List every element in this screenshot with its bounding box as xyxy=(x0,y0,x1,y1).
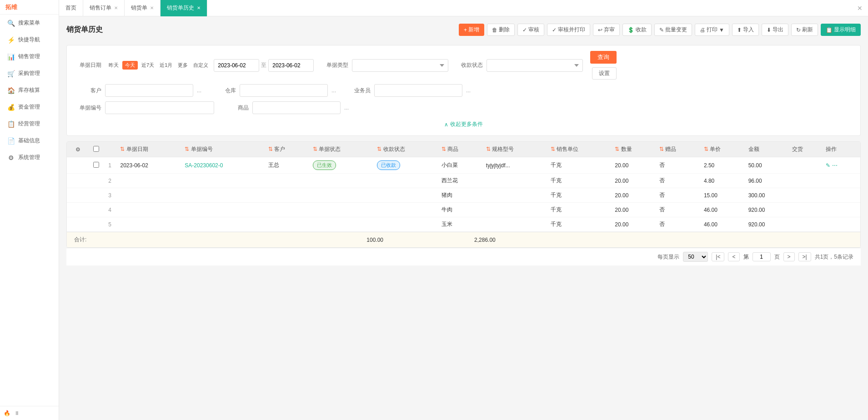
row-checkbox[interactable] xyxy=(93,162,99,168)
row-transaction xyxy=(788,203,822,217)
import-button[interactable]: ⬆ 导入 xyxy=(732,24,759,36)
sidebar-item-system[interactable]: ⚙ 系统管理 xyxy=(0,149,59,166)
row-price: 46.00 xyxy=(700,217,745,232)
receipt-status-select[interactable] xyxy=(487,59,583,72)
row-action xyxy=(822,174,860,188)
row-spec xyxy=(482,217,547,232)
date-shortcut-more[interactable]: 更多 xyxy=(176,61,190,70)
row-qty: 20.00 xyxy=(611,157,656,174)
date-shortcut-7days[interactable]: 近7天 xyxy=(140,61,156,70)
new-button[interactable]: + 新增 xyxy=(459,24,484,36)
more-action-btn[interactable]: ⋯ xyxy=(832,162,838,169)
show-detail-button[interactable]: 📋 显示明细 xyxy=(821,24,861,36)
query-button[interactable]: 查询 xyxy=(590,51,617,64)
collapse-button[interactable]: ∧ 收起更多条件 xyxy=(74,119,853,130)
page-size-select[interactable]: 20 50 100 xyxy=(683,252,708,262)
col-settings[interactable]: ⚙ xyxy=(67,142,89,157)
tab-sales-history-close[interactable]: ✕ xyxy=(197,5,201,10)
warehouse-input[interactable] xyxy=(240,84,328,97)
staff-more-icon[interactable]: ... xyxy=(466,87,471,94)
sidebar-fire-icon[interactable]: 🔥 xyxy=(4,410,10,416)
collapse-up-icon: ∧ xyxy=(444,121,448,128)
customer-input[interactable] xyxy=(105,84,193,97)
filter-goods: 商品 ... xyxy=(221,101,349,114)
sidebar-item-quick-nav[interactable]: ⚡ 快捷导航 xyxy=(0,31,59,48)
review-button[interactable]: ✓ 审核 xyxy=(517,24,544,36)
collect-button[interactable]: 💲 收款 xyxy=(622,24,652,36)
doc-no-link[interactable]: SA-20230602-0 xyxy=(185,162,223,169)
sort-icon: ⇅ xyxy=(704,146,708,152)
col-unit[interactable]: ⇅ 销售单位 xyxy=(547,142,612,157)
operations-icon: 📋 xyxy=(7,120,15,128)
review-print-button[interactable]: ✓ 审核并打印 xyxy=(547,24,590,36)
setting-button[interactable]: 设置 xyxy=(592,67,617,80)
col-goods[interactable]: ⇅ 商品 xyxy=(438,142,482,157)
date-shortcut-today[interactable]: 今天 xyxy=(122,61,138,70)
tab-sales-goods[interactable]: 销货单 ✕ xyxy=(125,0,161,16)
tabbar-close-all[interactable]: ✕ xyxy=(852,5,868,12)
print-button[interactable]: 🖨 打印 ▼ xyxy=(695,24,729,36)
goods-more-icon[interactable]: ... xyxy=(344,105,349,111)
delete-button[interactable]: 🗑 删除 xyxy=(487,24,515,36)
col-doc-no[interactable]: ⇅ 单据编号 xyxy=(181,142,264,157)
col-receipt-status[interactable]: ⇅ 收款状态 xyxy=(373,142,438,157)
export-button[interactable]: ⬇ 导出 xyxy=(762,24,788,36)
tab-sales-goods-close[interactable]: ✕ xyxy=(150,5,154,10)
abandon-button[interactable]: ↩ 弃审 xyxy=(593,24,620,36)
date-shortcut-custom[interactable]: 自定义 xyxy=(191,61,210,70)
col-doc-date[interactable]: ⇅ 单据日期 xyxy=(116,142,181,157)
sidebar-item-search-menu[interactable]: 🔍 搜索菜单 xyxy=(0,15,59,31)
row-action xyxy=(822,203,860,217)
doc-type-select[interactable] xyxy=(352,59,448,72)
tab-sales-history-label: 销货单历史 xyxy=(167,4,194,12)
page-number-input[interactable] xyxy=(753,252,771,261)
sidebar-item-finance[interactable]: 💰 资金管理 xyxy=(0,99,59,115)
tab-sales-history[interactable]: 销货单历史 ✕ xyxy=(161,0,207,16)
filter-receipt-status-label: 收款状态 xyxy=(456,61,483,69)
page-last-button[interactable]: >| xyxy=(798,252,811,261)
sidebar-item-purchase-mgmt[interactable]: 🛒 采购管理 xyxy=(0,65,59,82)
batch-change-button[interactable]: ✎ 批量变更 xyxy=(654,24,692,36)
sidebar-item-sales-mgmt[interactable]: 📊 销售管理 xyxy=(0,48,59,65)
sidebar-item-inventory[interactable]: 🏠 库存核算 xyxy=(0,82,59,99)
sales-mgmt-icon: 📊 xyxy=(7,53,15,60)
staff-input[interactable] xyxy=(374,84,462,97)
row-settings xyxy=(67,188,89,203)
date-from-input[interactable] xyxy=(214,59,259,72)
row-customer xyxy=(265,188,309,203)
date-shortcut-1month[interactable]: 近1月 xyxy=(158,61,174,70)
date-to-input[interactable] xyxy=(268,59,314,72)
refresh-button[interactable]: ↻ 刷新 xyxy=(791,24,818,36)
edit-action-btn[interactable]: ✎ xyxy=(826,162,830,169)
tab-sales-order-close[interactable]: ✕ xyxy=(114,5,118,10)
page-first-button[interactable]: |< xyxy=(712,252,724,261)
data-table: ⚙ ⇅ 单据日期 ⇅ 单据编号 ⇅ 客户 ⇅ 单据状态 ⇅ 收款状态 ⇅ 商品 … xyxy=(67,142,860,232)
sidebar-item-label: 基础信息 xyxy=(18,137,40,145)
tab-home[interactable]: 首页 xyxy=(59,0,83,16)
select-all-checkbox[interactable] xyxy=(93,146,99,152)
row-doc-status xyxy=(309,203,374,217)
goods-input[interactable] xyxy=(252,101,341,114)
page-prev-button[interactable]: < xyxy=(728,252,739,261)
sidebar-pause-icon[interactable]: ⏸ xyxy=(14,410,20,416)
customer-more-icon[interactable]: ... xyxy=(197,87,201,94)
row-qty: 20.00 xyxy=(611,217,656,232)
doc-status-badge: 已生效 xyxy=(313,160,336,170)
col-qty[interactable]: ⇅ 数量 xyxy=(611,142,656,157)
page-header-row: 销货单历史 + 新增 🗑 删除 ✓ 审核 ✓ 审核并打印 xyxy=(66,24,861,41)
col-doc-status[interactable]: ⇅ 单据状态 xyxy=(309,142,374,157)
col-price[interactable]: ⇅ 单价 xyxy=(700,142,745,157)
tab-sales-order[interactable]: 销售订单 ✕ xyxy=(83,0,125,16)
doc-no-input[interactable] xyxy=(105,101,214,114)
col-gift[interactable]: ⇅ 赠品 xyxy=(656,142,700,157)
page-next-button[interactable]: > xyxy=(783,252,795,261)
date-shortcut-yesterday[interactable]: 昨天 xyxy=(107,61,120,70)
row-transaction xyxy=(788,217,822,232)
col-spec[interactable]: ⇅ 规格型号 xyxy=(482,142,547,157)
batch-change-icon: ✎ xyxy=(659,27,664,33)
warehouse-more-icon[interactable]: ... xyxy=(331,87,336,94)
col-customer[interactable]: ⇅ 客户 xyxy=(265,142,309,157)
sidebar-item-operations[interactable]: 📋 经营管理 xyxy=(0,115,59,132)
filter-row-2: 客户 ... 仓库 ... 业务员 ... xyxy=(74,84,853,97)
sidebar-item-basic-info[interactable]: 📄 基础信息 xyxy=(0,132,59,149)
